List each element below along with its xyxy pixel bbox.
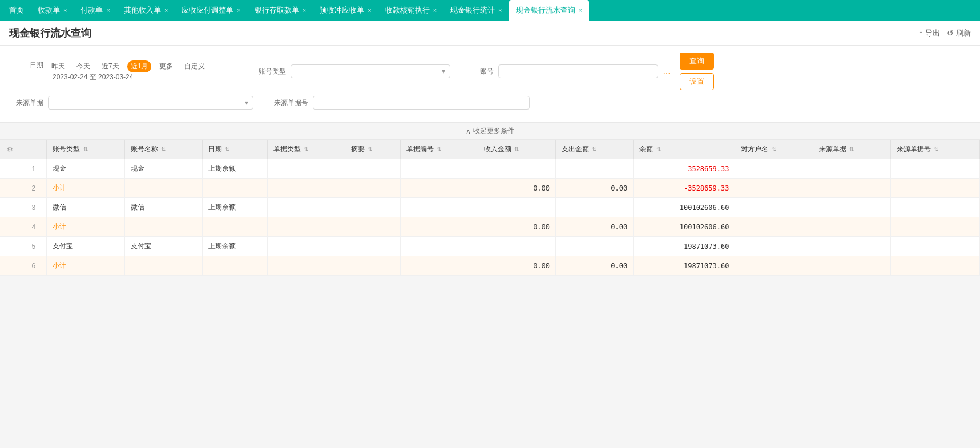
column-date: 日期 ⇅	[202, 140, 267, 159]
sort-icon[interactable]: ⇅	[934, 146, 938, 152]
sort-icon[interactable]: ⇅	[656, 146, 661, 152]
source-doc-no-input[interactable]	[313, 96, 530, 110]
close-icon[interactable]: ×	[63, 7, 67, 14]
row-balance: 19871073.60	[634, 256, 735, 276]
home-button[interactable]: 首页	[2, 0, 31, 21]
tab-payments[interactable]: 付款单 ×	[74, 0, 116, 21]
sort-icon[interactable]: ⇅	[849, 146, 854, 152]
row-gear	[0, 237, 21, 256]
source-doc-filter: 来源单据 ▾	[9, 96, 253, 110]
date-opt-1month[interactable]: 近1月	[127, 60, 152, 72]
date-opt-more[interactable]: 更多	[156, 60, 176, 72]
date-range-display: 2023-02-24 至 2023-03-24	[53, 72, 208, 82]
row-summary	[345, 159, 401, 179]
query-button[interactable]: 查询	[680, 53, 714, 70]
tab-collection-execute[interactable]: 收款核销执行 ×	[378, 0, 443, 21]
tab-ar-ap-adjust[interactable]: 应收应付调整单 ×	[175, 0, 247, 21]
close-icon[interactable]: ×	[433, 7, 437, 14]
sort-icon[interactable]: ⇅	[437, 146, 441, 152]
tab-other-income[interactable]: 其他收入单 ×	[117, 0, 175, 21]
date-opt-today[interactable]: 今天	[73, 60, 94, 72]
sort-icon[interactable]: ⇅	[225, 146, 229, 152]
account-ellipsis-button[interactable]: ...	[663, 66, 670, 76]
source-doc-no-filter: 来源单据号	[274, 96, 530, 110]
sort-icon[interactable]: ⇅	[161, 146, 166, 152]
tab-cash-bank-flow[interactable]: 现金银行流水查询 ×	[509, 0, 589, 21]
account-type-select[interactable]: ▾	[291, 64, 450, 78]
row-gear	[0, 256, 21, 276]
row-source-doc	[813, 159, 890, 179]
close-icon[interactable]: ×	[303, 7, 306, 14]
sort-icon[interactable]: ⇅	[592, 146, 596, 152]
sort-icon[interactable]: ⇅	[83, 146, 88, 152]
row-expense: 0.00	[556, 256, 634, 276]
row-summary	[345, 179, 401, 198]
account-text-input[interactable]	[503, 67, 653, 75]
settings-button[interactable]: 设置	[680, 73, 714, 90]
row-counterparty	[735, 256, 813, 276]
row-date: 上期余额	[202, 198, 267, 217]
row-counterparty	[735, 179, 813, 198]
row-doc-type	[267, 237, 345, 256]
row-source-doc-no	[890, 198, 979, 217]
page-title: 现金银行流水查询	[9, 26, 91, 40]
column-gear: ⚙	[0, 140, 21, 159]
row-expense	[556, 198, 634, 217]
tab-cash-bank-stats[interactable]: 现金银行统计 ×	[443, 0, 509, 21]
account-input[interactable]	[498, 64, 658, 78]
date-options: 昨天 今天 近7天 近1月 更多 自定义	[48, 60, 208, 72]
close-icon[interactable]: ×	[237, 7, 240, 14]
source-doc-select[interactable]: ▾	[48, 96, 253, 110]
page-header: 现金银行流水查询 ↑ 导出 ↺ 刷新	[0, 21, 980, 46]
row-counterparty	[735, 159, 813, 179]
row-account-type: 支付宝	[47, 237, 124, 256]
row-date	[202, 256, 267, 276]
close-icon[interactable]: ×	[579, 7, 582, 14]
tab-receipts[interactable]: 收款单 ×	[31, 0, 74, 21]
close-icon[interactable]: ×	[368, 7, 371, 14]
row-account-name: 支付宝	[124, 237, 202, 256]
filter-row-1: 日期 昨天 今天 近7天 近1月 更多 自定义 2023-02-24 至 202…	[9, 53, 971, 90]
table-row: 1现金现金上期余额-3528659.33	[0, 159, 980, 179]
top-navigation: 首页 收款单 × 付款单 × 其他收入单 × 应收应付调整单 × 银行存取款单 …	[0, 0, 980, 21]
gear-icon[interactable]: ⚙	[7, 146, 13, 154]
row-summary	[345, 198, 401, 217]
date-opt-yesterday[interactable]: 昨天	[48, 60, 68, 72]
source-doc-no-text-input[interactable]	[318, 99, 525, 107]
row-number: 4	[21, 217, 47, 237]
row-gear	[0, 198, 21, 217]
refresh-button[interactable]: ↺ 刷新	[947, 28, 971, 38]
date-opt-7days[interactable]: 近7天	[98, 60, 123, 72]
row-doc-no	[400, 198, 478, 217]
sort-icon[interactable]: ⇅	[368, 146, 372, 152]
sort-icon[interactable]: ⇅	[514, 146, 519, 152]
table-row: 3微信微信上期余额100102606.60	[0, 198, 980, 217]
row-number: 2	[21, 179, 47, 198]
tab-prepay-offset[interactable]: 预收冲应收单 ×	[313, 0, 378, 21]
column-account-name: 账号名称 ⇅	[124, 140, 202, 159]
sort-icon[interactable]: ⇅	[304, 146, 308, 152]
row-number: 5	[21, 237, 47, 256]
row-expense	[556, 237, 634, 256]
row-income	[478, 198, 555, 217]
close-icon[interactable]: ×	[106, 7, 110, 14]
row-doc-type	[267, 217, 345, 237]
close-icon[interactable]: ×	[498, 7, 502, 14]
column-summary: 摘要 ⇅	[345, 140, 401, 159]
row-account-type: 小计	[47, 256, 124, 276]
tab-bank-deposit[interactable]: 银行存取款单 ×	[248, 0, 313, 21]
date-filter: 日期 昨天 今天 近7天 近1月 更多 自定义 2023-02-24 至 202…	[9, 60, 208, 82]
row-account-name	[124, 217, 202, 237]
close-icon[interactable]: ×	[164, 7, 168, 14]
chevron-up-icon: ∧	[466, 127, 471, 135]
row-source-doc-no	[890, 217, 979, 237]
table-row: 2小计0.000.00-3528659.33	[0, 179, 980, 198]
export-button[interactable]: ↑ 导出	[919, 28, 940, 38]
collapse-bar[interactable]: ∧ 收起更多条件	[0, 123, 980, 140]
header-actions: ↑ 导出 ↺ 刷新	[919, 28, 971, 38]
column-balance: 余额 ⇅	[634, 140, 735, 159]
sort-icon[interactable]: ⇅	[772, 146, 776, 152]
column-counterparty: 对方户名 ⇅	[735, 140, 813, 159]
date-opt-custom[interactable]: 自定义	[181, 60, 208, 72]
row-counterparty	[735, 237, 813, 256]
